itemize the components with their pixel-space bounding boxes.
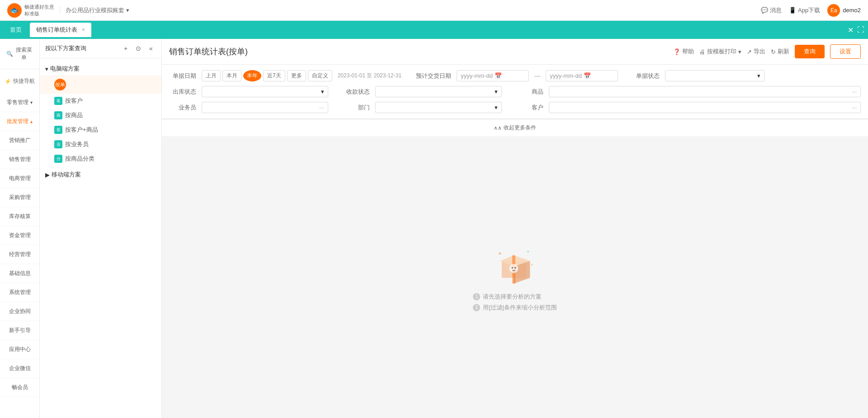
chevron-down-icon: ▾	[495, 88, 498, 95]
chevron-down-icon: ▾	[738, 48, 741, 55]
sidebar-item-enterprise[interactable]: 企业协同	[0, 302, 39, 321]
filter-area: 单据日期 上月 本月 本年 近7天 更多 自定义 2023-01-01 至 20…	[162, 65, 868, 119]
search-menu-button[interactable]: 🔍 搜索菜单	[4, 43, 36, 64]
empty-state: 1 请先选择要分析的方案 2 用[过滤]条件来缩小分析范围	[473, 240, 557, 314]
sidebar-search-section: 🔍 搜索菜单	[0, 39, 39, 69]
date-btn-this-year[interactable]: 本年	[243, 70, 261, 81]
status-select[interactable]: ▾	[665, 70, 764, 81]
payment-label: 收款状态	[343, 88, 370, 96]
shipment-label: 出库状态	[169, 88, 196, 96]
scheme-item-by-category[interactable]: 分 按商品分类	[40, 152, 161, 166]
top-bar: 🐟 畅捷通好生意 标准版 办公用品行业模拟账套 ▾ 💬 消息 📱 App下载 E…	[0, 0, 868, 21]
payment-select[interactable]: ▾	[375, 86, 502, 97]
settings-button[interactable]: 设置	[830, 44, 861, 59]
delivery-date-label: 预计交货日期	[416, 72, 451, 80]
sidebar-item-wholesale[interactable]: 批发管理 ▴	[0, 112, 39, 131]
department-select[interactable]: ▾	[375, 102, 502, 113]
filter-row-1: 单据日期 上月 本月 本年 近7天 更多 自定义 2023-01-01 至 20…	[169, 70, 861, 81]
scheme-icon-by-order: 按单	[54, 79, 66, 90]
app-download-button[interactable]: 📱 App下载	[789, 6, 820, 14]
date-btn-custom[interactable]: 自定义	[308, 70, 332, 81]
salesperson-label: 业务员	[169, 104, 196, 112]
sidebar-item-guide[interactable]: 新手引导	[0, 321, 39, 340]
scheme-item-by-customer[interactable]: 客 按客户	[40, 94, 161, 108]
main-content: 销售订单统计表(按单) ❓ 帮助 🖨 按模板打印 ▾ ↗ 导出	[162, 39, 868, 418]
tip-num-2: 2	[473, 304, 480, 311]
date-label: 单据日期	[169, 72, 196, 80]
logo-text: 畅捷通好生意 标准版	[24, 4, 54, 17]
tree-section: ▾ 电脑端方案 按单 客 按客户	[40, 58, 161, 187]
refresh-button[interactable]: ↻ 刷新	[771, 48, 789, 56]
main-layout: 🔍 搜索菜单 ⚡ 快捷导航 零售管理 ▾ 批发管理 ▴ 营销推广 销售管理	[0, 39, 868, 418]
calendar-icon-end: 📅	[584, 72, 591, 79]
nav-icon: ⚡	[5, 78, 11, 85]
svg-point-7	[531, 264, 533, 265]
more-dots-icon: ···	[852, 88, 857, 95]
add-scheme-button[interactable]: +	[121, 43, 131, 53]
print-button[interactable]: 🖨 按模板打印 ▾	[699, 48, 741, 56]
top-bar-right: 💬 消息 📱 App下载 Ea demo2	[761, 4, 861, 17]
message-button[interactable]: 💬 消息	[761, 6, 782, 14]
top-bar-left: 🐟 畅捷通好生意 标准版 办公用品行业模拟账套 ▾	[7, 3, 129, 18]
close-window-icon[interactable]: ✕	[848, 26, 854, 34]
settings-scheme-button[interactable]: ⊙	[133, 43, 143, 53]
sidebar-item-ecommerce[interactable]: 电商管理	[0, 169, 39, 188]
sidebar-item-system[interactable]: 系统管理	[0, 283, 39, 302]
scheme-item-by-order[interactable]: 按单	[40, 76, 161, 94]
sidebar-item-member[interactable]: 畅会员	[0, 378, 39, 397]
query-button[interactable]: 查询	[795, 45, 825, 58]
sidebar-item-inventory[interactable]: 库存核算	[0, 207, 39, 226]
scheme-icon-by-category: 分	[54, 155, 62, 163]
tab-sales-stats[interactable]: 销售订单统计表 ×	[30, 23, 91, 37]
delivery-date-end[interactable]: yyyy-mm-dd 📅	[546, 70, 618, 81]
collapse-panel-button[interactable]: «	[146, 43, 156, 53]
tip-num-1: 1	[473, 293, 480, 300]
sidebar-item-app-center[interactable]: 应用中心	[0, 340, 39, 359]
date-btn-more[interactable]: 更多	[287, 70, 306, 81]
export-button[interactable]: ↗ 导出	[747, 48, 765, 56]
salesperson-more-icon: ···	[319, 104, 324, 111]
sidebar-menu: 零售管理 ▾ 批发管理 ▴ 营销推广 销售管理 电商管理 采购管理 库存核算	[0, 93, 39, 397]
scheme-item-by-goods[interactable]: 商 按商品	[40, 108, 161, 123]
tree-group-desktop-header[interactable]: ▾ 电脑端方案	[40, 62, 161, 76]
shipment-select[interactable]: ▾	[202, 86, 328, 97]
sidebar: 🔍 搜索菜单 ⚡ 快捷导航 零售管理 ▾ 批发管理 ▴ 营销推广 销售管理	[0, 39, 40, 418]
scheme-item-by-customer-goods[interactable]: 客 按客户+商品	[40, 123, 161, 137]
sidebar-item-sales[interactable]: 销售管理	[0, 150, 39, 169]
help-button[interactable]: ❓ 帮助	[673, 48, 694, 56]
maximize-icon[interactable]: ⛶	[857, 26, 864, 34]
salesperson-select[interactable]: ···	[202, 102, 328, 113]
tree-group-mobile: ▶ 移动端方案	[40, 168, 161, 181]
collapse-button[interactable]: ∧∧ 收起更多条件	[491, 121, 539, 134]
scheme-item-by-salesperson[interactable]: 业 按业务员	[40, 137, 161, 152]
panel-actions: + ⊙ «	[121, 43, 156, 53]
sidebar-item-basic-info[interactable]: 基础信息	[0, 264, 39, 283]
svg-point-4	[514, 267, 516, 268]
sidebar-item-retail[interactable]: 零售管理 ▾	[0, 93, 39, 112]
empty-tip-1: 1 请先选择要分析的方案	[473, 293, 557, 301]
user-area[interactable]: Ea demo2	[827, 4, 861, 17]
goods-select[interactable]: ···	[549, 86, 861, 97]
date-btn-last-month[interactable]: 上月	[202, 70, 221, 81]
app-selector[interactable]: 办公用品行业模拟账套 ▾	[60, 6, 129, 14]
quick-nav-button[interactable]: ⚡ 快捷导航	[0, 73, 39, 90]
scheme-icon-by-salesperson: 业	[54, 140, 62, 148]
help-icon: ❓	[673, 48, 680, 55]
tab-close-icon[interactable]: ×	[82, 27, 85, 33]
left-panel: 按以下方案查询 + ⊙ « ▾ 电脑端方案 按单	[40, 39, 162, 418]
tree-group-mobile-header[interactable]: ▶ 移动端方案	[40, 168, 161, 181]
sidebar-item-finance[interactable]: 资金管理	[0, 226, 39, 245]
tab-home[interactable]: 首页	[4, 23, 28, 37]
date-btn-7days[interactable]: 近7天	[263, 70, 285, 81]
print-icon: 🖨	[699, 48, 705, 55]
department-label: 部门	[343, 104, 370, 112]
customer-select[interactable]: ···	[549, 102, 861, 113]
sidebar-item-marketing[interactable]: 营销推广	[0, 131, 39, 150]
svg-point-5	[499, 252, 501, 254]
sidebar-item-operation[interactable]: 经营管理	[0, 245, 39, 264]
date-btn-this-month[interactable]: 本月	[222, 70, 241, 81]
sidebar-item-purchase[interactable]: 采购管理	[0, 188, 39, 207]
delivery-date-start[interactable]: yyyy-mm-dd 📅	[457, 70, 529, 81]
sidebar-item-wechat[interactable]: 企业微信	[0, 359, 39, 378]
date-range-text: 2023-01-01 至 2023-12-31	[338, 72, 401, 80]
